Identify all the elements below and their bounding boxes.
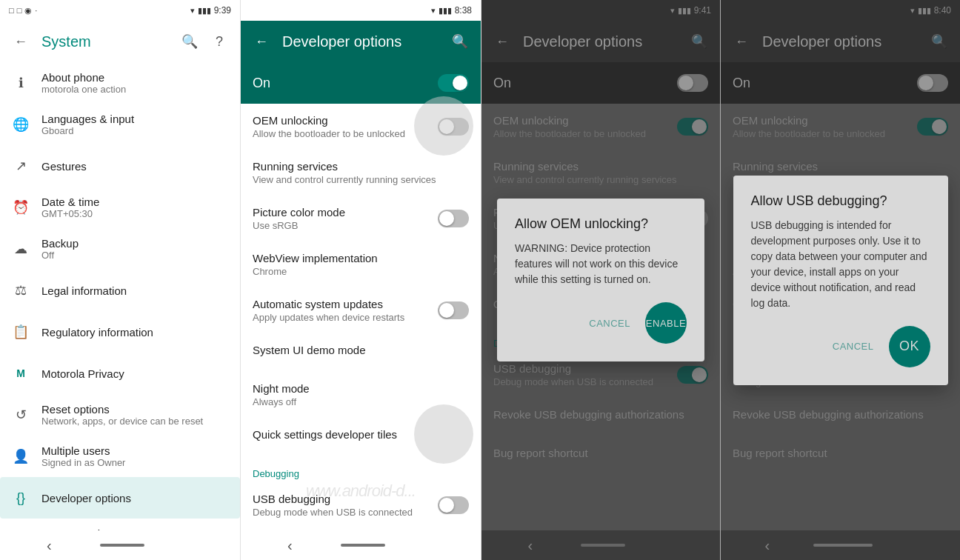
dialog-overlay-r2: Allow USB debugging? USB debugging is in… — [721, 0, 960, 560]
autoupdate-sub: Apply updates when device restarts — [253, 312, 404, 323]
nav-item-backup[interactable]: ☁ Backup Off — [0, 228, 240, 270]
users-icon: 👤 — [12, 447, 30, 465]
settings-list-middle: OEM unlocking Allow the bootloader to be… — [241, 104, 481, 530]
cancel-button-usb[interactable]: Cancel — [830, 326, 877, 367]
enable-button-oem[interactable]: Enable — [645, 302, 687, 344]
lock-icon: ◉ — [24, 6, 32, 16]
usb-label: USB debugging — [253, 493, 413, 505]
nav-item-datetime[interactable]: ⏰ Date & time GMT+05:30 — [0, 187, 240, 228]
nav-list: ℹ About phone motorola one action 🌐 Lang… — [0, 62, 240, 530]
notif-icon: □ — [9, 6, 14, 15]
autoupdate-toggle-thumb — [439, 303, 454, 318]
reset-icon: ↺ — [12, 406, 30, 424]
status-bar-left: □ □ ◉ · ▾ ▮▮▮ 9:39 — [0, 0, 240, 21]
dialog-title-usb: Allow USB debugging? — [751, 193, 930, 209]
nav-item-gestures[interactable]: ↗ Gestures — [0, 145, 240, 187]
nav-sub-backup: Off — [41, 250, 79, 261]
time-middle: 8:38 — [455, 5, 472, 16]
left-panel: □ □ ◉ · ▾ ▮▮▮ 9:39 ← System 🔍 ? ℹ About … — [0, 0, 241, 560]
back-button-left[interactable]: ← — [12, 33, 30, 50]
setting-night-mode[interactable]: Night mode Always off — [241, 372, 481, 418]
home-pill-middle[interactable] — [341, 544, 385, 547]
dot-icon: · — [35, 6, 37, 15]
setting-demo-mode[interactable]: System UI demo mode — [241, 333, 481, 372]
dialog-body-oem: WARNING: Device protection features will… — [515, 241, 687, 287]
right-panel-2: ▾ ▮▮▮ 8:40 ← Developer options 🔍 On OEM … — [721, 0, 960, 560]
dialog-body-usb: USB debugging is intended for developmen… — [751, 218, 930, 311]
nav-item-users[interactable]: 👤 Multiple users Signed in as Owner — [0, 436, 240, 477]
setting-oem-unlocking[interactable]: OEM unlocking Allow the bootloader to be… — [241, 104, 481, 150]
time-left: 9:39 — [214, 5, 231, 16]
picture-toggle-thumb — [439, 211, 454, 226]
nav-sub-datetime: GMT+05:30 — [41, 208, 99, 219]
usb-toggle[interactable] — [438, 496, 469, 514]
night-label: Night mode — [253, 382, 469, 395]
back-button-middle[interactable]: ← — [253, 33, 270, 50]
nav-item-updates[interactable]: 📱 System updates Updated to Android 9 — [0, 519, 240, 530]
top-bar-middle: ← Developer options 🔍 — [241, 21, 481, 62]
on-toggle-middle[interactable] — [438, 74, 469, 92]
page-title-left: System — [41, 33, 169, 50]
nav-sub-reset: Network, apps, or device can be reset — [41, 416, 203, 427]
search-button-middle[interactable]: 🔍 — [451, 33, 469, 50]
home-pill-left[interactable] — [100, 544, 144, 547]
ok-button-usb[interactable]: OK — [889, 326, 930, 367]
search-button-left[interactable]: 🔍 — [181, 33, 199, 50]
nav-label-about: About phone — [41, 71, 126, 84]
languages-icon: 🌐 — [12, 116, 30, 133]
nav-sub-about: motorola one action — [41, 84, 126, 95]
tiles-label: Quick settings developer tiles — [253, 428, 469, 441]
middle-panel: ▾ ▮▮▮ 8:38 ← Developer options 🔍 On OEM … — [241, 0, 481, 560]
usb-sub: Debug mode when USB is connected — [253, 507, 413, 518]
dialog-oem: Allow OEM unlocking? WARNING: Device pro… — [497, 199, 704, 361]
on-label-middle: On — [253, 76, 270, 91]
autoupdate-label: Automatic system updates — [253, 298, 404, 310]
running-label: Running services — [253, 160, 469, 173]
help-button-left[interactable]: ? — [210, 33, 228, 50]
status-icons-left: □ □ ◉ · — [9, 6, 37, 16]
page-title-middle: Developer options — [282, 33, 439, 50]
nav-item-privacy[interactable]: M Motorola Privacy — [0, 353, 240, 394]
nav-label-datetime: Date & time — [41, 196, 99, 208]
setting-running-services[interactable]: Running services View and control curren… — [241, 150, 481, 196]
webview-sub: Chrome — [253, 266, 469, 277]
cancel-button-oem[interactable]: Cancel — [586, 302, 633, 344]
about-icon: ℹ — [12, 74, 30, 92]
oem-toggle[interactable] — [438, 118, 469, 136]
night-sub: Always off — [253, 396, 469, 407]
setting-webview[interactable]: WebView implementation Chrome — [241, 241, 481, 287]
wifi-icon-middle: ▾ — [431, 6, 436, 16]
gestures-icon: ↗ — [12, 157, 30, 175]
nav-item-regulatory[interactable]: 📋 Regulatory information — [0, 311, 240, 353]
nav-label-developer: Developer options — [41, 492, 131, 504]
status-right-middle: ▾ ▮▮▮ 8:38 — [431, 5, 472, 16]
nav-label-regulatory: Regulatory information — [41, 326, 153, 339]
dialog-title-oem: Allow OEM unlocking? — [515, 216, 687, 232]
nav-item-about[interactable]: ℹ About phone motorola one action — [0, 62, 240, 104]
nav-label-reset: Reset options — [41, 403, 203, 416]
nav-item-legal[interactable]: ⚖ Legal information — [0, 270, 240, 311]
nav-item-languages[interactable]: 🌐 Languages & input Gboard — [0, 104, 240, 145]
picture-sub: Use sRGB — [253, 220, 345, 231]
setting-picture-color[interactable]: Picture color mode Use sRGB — [241, 196, 481, 241]
status-right-left: ▾ ▮▮▮ 9:39 — [190, 5, 231, 16]
dialog-actions-usb: Cancel OK — [751, 326, 930, 367]
developer-icon: {} — [12, 489, 30, 507]
autoupdate-toggle[interactable] — [438, 301, 469, 319]
toggle-thumb-on — [453, 76, 467, 90]
nav-item-developer[interactable]: {} Developer options — [0, 477, 240, 519]
oem-sub: Allow the bootloader to be unlocked — [253, 128, 405, 139]
setting-quick-tiles[interactable]: Quick settings developer tiles — [241, 418, 481, 456]
back-nav-middle[interactable]: ‹ — [287, 537, 293, 554]
picture-toggle[interactable] — [438, 210, 469, 227]
setting-usb-debug[interactable]: USB debugging Debug mode when USB is con… — [241, 482, 481, 528]
nav-sub-languages: Gboard — [41, 125, 134, 136]
back-nav-left[interactable]: ‹ — [47, 537, 52, 554]
nav-sub-users: Signed in as Owner — [41, 457, 125, 468]
nav-item-reset[interactable]: ↺ Reset options Network, apps, or device… — [0, 394, 240, 436]
sim-icon: □ — [17, 6, 22, 15]
nav-label-users: Multiple users — [41, 444, 125, 457]
bottom-bar-left: ‹ — [0, 530, 240, 560]
setting-auto-updates[interactable]: Automatic system updates Apply updates w… — [241, 287, 481, 333]
picture-label: Picture color mode — [253, 206, 345, 219]
